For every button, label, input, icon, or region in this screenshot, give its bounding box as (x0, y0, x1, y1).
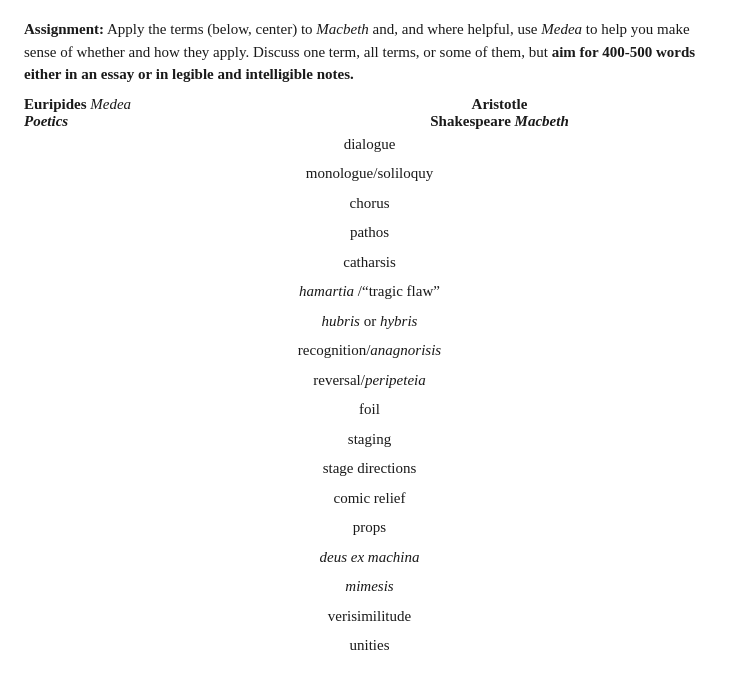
right-heading-shakespeare: Shakespeare Macbeth (284, 113, 715, 130)
term-unities: unities (24, 633, 715, 659)
term-verisimilitude: verisimilitude (24, 604, 715, 630)
term-monologue: monologue/soliloquy (24, 161, 715, 187)
term-pathos: pathos (24, 220, 715, 246)
term-foil: foil (24, 397, 715, 423)
assignment-block: Assignment: Apply the terms (below, cent… (24, 18, 715, 86)
term-staging: staging (24, 427, 715, 453)
header-row: Euripides Medea Poetics Aristotle Shakes… (24, 96, 715, 130)
right-heading-aristotle: Aristotle (284, 96, 715, 113)
left-heading-poetics: Poetics (24, 113, 284, 130)
term-dialogue: dialogue (24, 132, 715, 158)
term-chorus: chorus (24, 191, 715, 217)
term-recognition: recognition/anagnorisis (24, 338, 715, 364)
terms-list: dialogue monologue/soliloquy chorus path… (24, 132, 715, 659)
term-stage-directions: stage directions (24, 456, 715, 482)
right-column: Aristotle Shakespeare Macbeth (284, 96, 715, 130)
left-heading-euripides: Euripides Medea (24, 96, 284, 113)
left-column: Euripides Medea Poetics (24, 96, 284, 130)
term-catharsis: catharsis (24, 250, 715, 276)
term-hubris: hubris or hybris (24, 309, 715, 335)
term-hamartia: hamartia /“tragic flaw” (24, 279, 715, 305)
term-props: props (24, 515, 715, 541)
term-mimesis: mimesis (24, 574, 715, 600)
term-deus-ex-machina: deus ex machina (24, 545, 715, 571)
term-comic-relief: comic relief (24, 486, 715, 512)
term-reversal: reversal/peripeteia (24, 368, 715, 394)
assignment-intro: Assignment: Apply the terms (below, cent… (24, 18, 715, 86)
